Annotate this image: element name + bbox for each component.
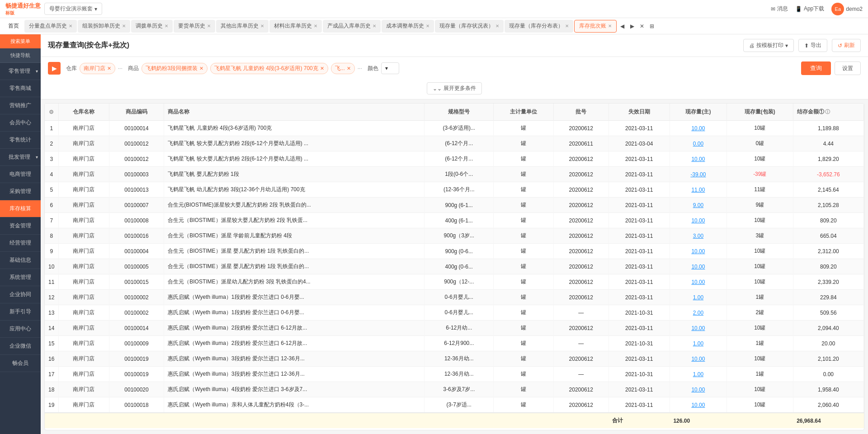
- logo: 畅捷通好生意 标版: [5, 2, 41, 16]
- refresh-button[interactable]: ↺ 刷新: [832, 39, 861, 52]
- tab-9[interactable]: 现存量（库存状况表） ✕: [435, 20, 504, 33]
- tab-close-11[interactable]: ✕: [608, 24, 612, 28]
- tab-4[interactable]: 要货单历史 ✕: [174, 20, 215, 33]
- filter-row: ▶ 仓库 南岸门店 ✕ ··· 商品 飞鹤奶粉3段同捆摆装 ✕: [48, 61, 861, 75]
- message-button[interactable]: ✉ 消息: [771, 5, 788, 13]
- col-qty-pkg: 现存量(包装): [726, 104, 793, 121]
- table-row: 19南岸门店00100018惠氏启赋（Wyeth illuma）亲和人体儿童配方…: [45, 397, 864, 413]
- table-row: 14南岸门店00100014惠氏启赋（Wyeth illuma）2段奶粉 爱尔兰…: [45, 321, 864, 336]
- tab-bar: 首页 分量盘点单历史 ✕ 组装拆卸单历史 ✕ 调拨单历史 ✕ 要货单历史 ✕ 其…: [0, 18, 868, 34]
- product-tag-3: 飞... ✕: [331, 63, 355, 74]
- amount-info-icon[interactable]: ⓘ: [825, 108, 830, 115]
- sidebar-item-ecommerce[interactable]: 电商管理: [0, 166, 41, 183]
- tab-nav-left[interactable]: ◀: [618, 20, 627, 33]
- sidebar-item-operations[interactable]: 经营管理: [0, 235, 41, 252]
- tab-menu[interactable]: ⊞: [647, 20, 656, 33]
- footer-total-qty: 126.00: [670, 413, 726, 428]
- sidebar-item-app-center[interactable]: 应用中心: [0, 321, 41, 338]
- sidebar-item-marketing[interactable]: 营销推广: [0, 97, 41, 114]
- filter-expand-btn[interactable]: ▶: [48, 62, 61, 75]
- sidebar-item-retail-shop[interactable]: 零售商城: [0, 80, 41, 97]
- warehouse-tag: 南岸门店 ✕: [80, 63, 115, 74]
- tab-3[interactable]: 调拨单历史 ✕: [131, 20, 173, 33]
- warehouse-more[interactable]: ···: [118, 65, 123, 71]
- table-row: 8南岸门店00100016合生元（BIOSTIME）派星 学龄前儿童配方奶粉 4…: [45, 228, 864, 244]
- filter-color-group: 颜色 ▾: [368, 62, 399, 74]
- sidebar-item-finance[interactable]: 资金管理: [0, 217, 41, 235]
- sidebar-item-purchase[interactable]: 采购管理: [0, 183, 41, 200]
- col-batch: 批号: [553, 104, 609, 121]
- sidebar-search[interactable]: 搜索菜单: [0, 34, 41, 48]
- tab-close-10[interactable]: ✕: [565, 24, 569, 28]
- col-amount: 结存金额① ⓘ: [793, 104, 864, 120]
- table-footer: 合计 126.00 26,968.64: [45, 413, 864, 428]
- sidebar-item-wholesale[interactable]: 批发管理 ▾: [0, 149, 41, 166]
- setting-button[interactable]: 设置: [835, 61, 861, 75]
- tab-close-2[interactable]: ✕: [122, 24, 126, 28]
- product-more[interactable]: ···: [358, 65, 362, 71]
- sidebar-quick[interactable]: 快捷导航: [0, 48, 41, 63]
- table-row: 16南岸门店00100019惠氏启赋（Wyeth illuma）3段奶粉 爱尔兰…: [45, 351, 864, 367]
- tab-close-9[interactable]: ✕: [495, 24, 499, 28]
- export-button[interactable]: ⬆ 导出: [798, 39, 827, 52]
- query-button[interactable]: 查询: [801, 61, 831, 75]
- top-bar-left: 畅捷通好生意 标版 母婴行业演示账套 ▾: [5, 2, 102, 16]
- tab-10[interactable]: 现存量（库存分布表） ✕: [505, 20, 573, 33]
- expand-row: ⌄⌄ 展开更多条件: [48, 79, 861, 94]
- print-button[interactable]: 🖨 按模板打印 ▾: [743, 39, 794, 52]
- tab-7[interactable]: 产成品入库单历史 ✕: [323, 20, 381, 33]
- tab-8[interactable]: 成本调整单历史 ✕: [382, 20, 434, 33]
- product-tag1-close[interactable]: ✕: [199, 66, 203, 71]
- dept-selector[interactable]: 母婴行业演示账套 ▾: [44, 3, 102, 15]
- page-title: 现存量查询(按仓库+批次): [48, 41, 129, 50]
- sidebar-item-members[interactable]: 会员中心: [0, 114, 41, 132]
- tab-nav-right[interactable]: ▶: [627, 20, 637, 33]
- filter-warehouse-group: 仓库 南岸门店 ✕ ···: [66, 63, 123, 74]
- tab-6[interactable]: 材料出库单历史 ✕: [269, 20, 322, 33]
- sidebar-item-member-app[interactable]: 畅会员: [0, 355, 41, 372]
- tab-5[interactable]: 其他出库单历史 ✕: [216, 20, 269, 33]
- col-name: 商品名称: [164, 104, 425, 121]
- top-bar-right: ✉ 消息 📱 App下载 Ea demo2: [771, 3, 863, 15]
- col-unit: 主计量单位: [494, 104, 554, 121]
- user-profile[interactable]: Ea demo2: [831, 3, 863, 15]
- top-bar: 畅捷通好生意 标版 母婴行业演示账套 ▾ ✉ 消息 📱 App下载 Ea dem…: [0, 0, 868, 18]
- expand-conditions-button[interactable]: ⌄⌄ 展开更多条件: [427, 82, 482, 94]
- table-row: 10南岸门店00100005合生元（BIOSTIME）派星 婴儿配方奶粉 1段 …: [45, 259, 864, 274]
- product-tag2-close[interactable]: ✕: [320, 66, 324, 71]
- table-row: 4南岸门店00100003飞鹤星飞帆 婴儿配方奶粉 1段1段(0-6个...罐2…: [45, 167, 864, 182]
- col-settings[interactable]: ⚙: [45, 104, 58, 121]
- app-download-button[interactable]: 📱 App下载: [795, 5, 824, 13]
- sidebar-item-retail-stats[interactable]: 零售统计: [0, 132, 41, 149]
- tab-close-3[interactable]: ✕: [165, 24, 168, 28]
- tab-home[interactable]: 首页: [4, 20, 24, 33]
- warehouse-tag-close[interactable]: ✕: [107, 66, 111, 71]
- tab-close-1[interactable]: ✕: [69, 24, 72, 28]
- tab-close-4[interactable]: ✕: [207, 24, 211, 28]
- tab-2[interactable]: 组装拆卸单历史 ✕: [78, 20, 130, 33]
- sidebar-item-retail-mgmt[interactable]: 零售管理 ▾: [0, 63, 41, 80]
- tab-close-all[interactable]: ✕: [637, 20, 646, 33]
- tab-11[interactable]: 库存批次账 ✕: [574, 20, 617, 33]
- col-spec: 规格型号: [425, 104, 494, 121]
- sidebar-item-inventory[interactable]: 库存核算: [0, 200, 41, 217]
- tab-1[interactable]: 分量盘点单历史 ✕: [24, 20, 77, 33]
- sidebar-item-basic-info[interactable]: 基础信息: [0, 252, 41, 269]
- table-row: 17南岸门店00100019惠氏启赋（Wyeth illuma）3段奶粉 爱尔兰…: [45, 367, 864, 382]
- data-table-container: ⚙ 仓库名称 商品编码 商品名称 规格型号 主计量单位 批号 失效日期 现存量(…: [44, 103, 864, 430]
- sidebar-item-corp-wechat[interactable]: 企业微信: [0, 338, 41, 355]
- color-select[interactable]: ▾: [381, 62, 399, 74]
- sidebar-item-enterprise[interactable]: 企业协同: [0, 286, 41, 303]
- tab-close-5[interactable]: ✕: [260, 24, 264, 28]
- tab-close-7[interactable]: ✕: [373, 24, 376, 28]
- tab-close-6[interactable]: ✕: [314, 24, 317, 28]
- sidebar-item-guide[interactable]: 新手引导: [0, 303, 41, 321]
- table-row: 5南岸门店00100013飞鹤星飞帆 幼儿配方奶粉 3段(12-36个月幼儿适用…: [45, 182, 864, 198]
- product-tag3-close[interactable]: ✕: [347, 66, 351, 71]
- table-row: 9南岸门店00100004合生元（BIOSTIME）派星 婴儿配方奶粉 1段 乳…: [45, 244, 864, 259]
- sidebar-item-system[interactable]: 系统管理: [0, 269, 41, 286]
- product-tag-1: 飞鹤奶粉3段同捆摆装 ✕: [142, 63, 208, 74]
- col-expire: 失效日期: [609, 104, 670, 121]
- tab-close-8[interactable]: ✕: [426, 24, 429, 28]
- action-buttons: 查询 设置: [801, 61, 861, 75]
